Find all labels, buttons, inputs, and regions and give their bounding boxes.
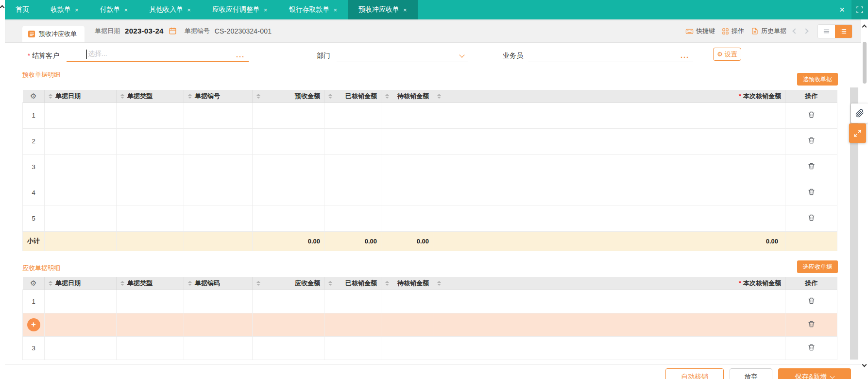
scroll-down-icon[interactable]: [862, 362, 867, 367]
save-and-new-button[interactable]: 保存&新增: [778, 368, 851, 379]
table-row[interactable]: 3: [23, 154, 837, 180]
actions-menu-button[interactable]: 操作: [722, 27, 744, 35]
table-row[interactable]: 3: [23, 336, 837, 360]
row-number: 2: [23, 128, 45, 154]
tab-close-icon[interactable]: ×: [187, 7, 191, 13]
sort-icon[interactable]: [328, 281, 332, 286]
table-row[interactable]: 1: [23, 290, 837, 313]
history-doc-icon: [751, 27, 759, 35]
trash-icon: [808, 297, 815, 305]
delete-row-button[interactable]: [807, 319, 816, 330]
tab-ar-ap-adjust[interactable]: 应收应付调整单 ×: [202, 0, 278, 19]
subtotal-row: 小计 0.00 0.00 0.00 0.00: [23, 231, 837, 251]
tab-label: 首页: [16, 5, 29, 14]
shortcut-keys-button[interactable]: 快捷键: [685, 27, 715, 35]
sort-icon[interactable]: [120, 281, 124, 286]
top-tab-bar: 首页 收款单 × 付款单 × 其他收入单 × 应收应付调整单 × 银行存取款单 …: [5, 0, 868, 19]
table-row[interactable]: 2: [23, 128, 837, 154]
keyboard-icon: [685, 27, 694, 35]
detail-view-button[interactable]: [835, 25, 852, 38]
scroll-up-icon[interactable]: [0, 5, 4, 10]
add-row-button[interactable]: +: [27, 318, 40, 331]
delete-row-button[interactable]: [807, 296, 816, 307]
expand-button[interactable]: [849, 123, 866, 143]
sort-icon[interactable]: [437, 281, 441, 286]
tab-label: 收款单: [51, 5, 71, 14]
tab-close-icon[interactable]: ×: [264, 7, 268, 13]
col-doc-code: 单据编码: [195, 279, 220, 288]
number-value: CS-20230324-001: [215, 27, 272, 35]
cancel-button[interactable]: 放弃: [730, 368, 772, 379]
row-number: 1: [23, 290, 45, 313]
doc-type-tab[interactable]: 预收冲应收单: [22, 26, 85, 42]
delete-row-button[interactable]: [807, 213, 816, 224]
department-input[interactable]: [337, 46, 468, 62]
delete-row-button[interactable]: [807, 110, 816, 121]
sort-icon[interactable]: [385, 281, 389, 286]
tab-other-income[interactable]: 其他收入单 ×: [138, 0, 202, 19]
delete-row-button[interactable]: [807, 161, 816, 172]
tab-bank-deposit[interactable]: 银行存取款单 ×: [278, 0, 348, 19]
tab-close-icon[interactable]: ×: [403, 7, 407, 13]
paperclip-icon: [855, 108, 864, 118]
sort-icon[interactable]: [328, 94, 332, 99]
department-field: [337, 46, 468, 62]
auto-settle-button[interactable]: 自动核销: [665, 368, 724, 379]
history-docs-button[interactable]: 历史单据: [751, 27, 786, 35]
table-row-selected[interactable]: +: [23, 313, 837, 336]
grid-icon: [722, 28, 729, 35]
trash-icon: [808, 344, 815, 351]
sort-icon[interactable]: [256, 94, 260, 99]
sort-icon[interactable]: [188, 281, 192, 286]
column-settings-gear-icon[interactable]: ⚙: [30, 279, 36, 287]
tab-close-icon[interactable]: ×: [333, 7, 337, 13]
close-icon[interactable]: ×: [833, 0, 851, 19]
sort-icon[interactable]: [120, 94, 124, 99]
subtotal-unsettled-amount: 0.00: [381, 231, 433, 251]
salesman-field: ···: [528, 46, 693, 62]
tab-close-icon[interactable]: ×: [75, 7, 79, 13]
delete-row-button[interactable]: [807, 187, 816, 198]
calendar-icon[interactable]: [169, 27, 177, 35]
customer-picker-ellipsis-icon[interactable]: ···: [236, 53, 245, 60]
list-view-button[interactable]: [818, 25, 835, 38]
department-field-label: 部门: [317, 50, 330, 61]
receivable-table: ⚙ 单据日期 单据类型 单据编码 应收金额 已核销金额 待核销金额 *本次核销金…: [22, 277, 837, 360]
prev-doc-icon[interactable]: [792, 28, 798, 34]
tab-label: 应收应付调整单: [212, 5, 260, 14]
fullscreen-button[interactable]: [851, 0, 868, 19]
number-label: 单据编号: [185, 27, 210, 35]
sort-icon[interactable]: [256, 281, 260, 286]
settings-button[interactable]: ⚙ 设置: [713, 48, 741, 61]
sort-icon[interactable]: [49, 94, 52, 99]
delete-row-button[interactable]: [807, 136, 816, 147]
tab-prepaid-offset-active[interactable]: 预收冲应收单 ×: [348, 0, 418, 19]
row-number: 3: [23, 154, 45, 180]
customer-input[interactable]: [67, 46, 249, 61]
select-receivable-docs-button[interactable]: 选应收单据: [797, 260, 838, 273]
next-doc-icon[interactable]: [803, 28, 808, 34]
delete-row-button[interactable]: [807, 343, 816, 354]
table-row[interactable]: 5: [23, 206, 837, 231]
col-doc-number: 单据编号: [195, 92, 220, 101]
sort-icon[interactable]: [437, 94, 441, 99]
select-prepaid-docs-button[interactable]: 选预收单据: [797, 73, 838, 86]
tab-receipt[interactable]: 收款单 ×: [40, 0, 89, 19]
table-row[interactable]: 4: [23, 180, 837, 206]
attachment-button[interactable]: [851, 103, 868, 123]
sort-icon[interactable]: [385, 94, 389, 99]
sort-icon[interactable]: [188, 94, 192, 99]
table-row[interactable]: 1: [23, 103, 837, 128]
sort-icon[interactable]: [49, 281, 52, 286]
trash-icon: [808, 162, 815, 170]
salesman-input[interactable]: [528, 46, 693, 62]
scrollbar-thumb[interactable]: [863, 42, 867, 84]
column-settings-gear-icon[interactable]: ⚙: [30, 92, 36, 100]
scroll-up-icon[interactable]: [862, 25, 867, 30]
tab-payment[interactable]: 付款单 ×: [89, 0, 139, 19]
salesman-picker-ellipsis-icon[interactable]: ···: [681, 53, 689, 61]
tab-home[interactable]: 首页: [5, 0, 40, 19]
tab-close-icon[interactable]: ×: [124, 7, 128, 13]
row-number: 3: [23, 336, 45, 360]
date-value[interactable]: 2023-03-24: [125, 27, 164, 35]
